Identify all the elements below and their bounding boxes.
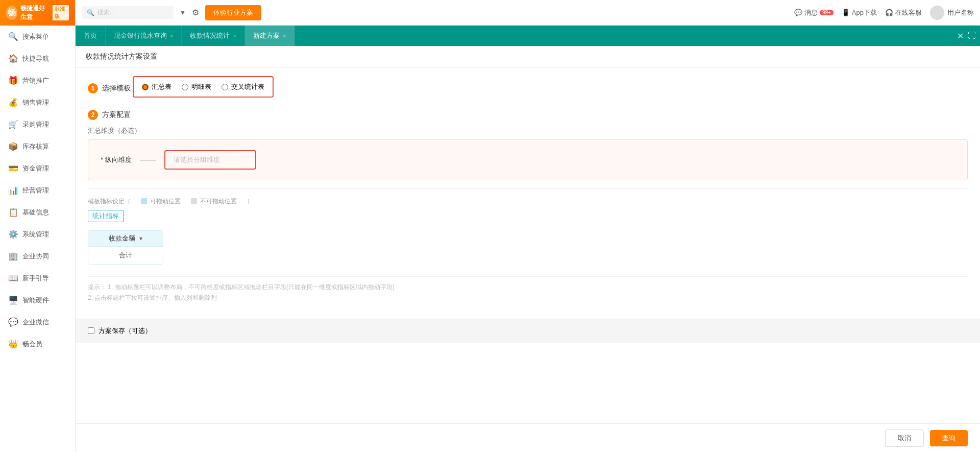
sidebar-item-label-basic: 基础信息	[22, 208, 49, 217]
cancel-button[interactable]: 取消	[885, 430, 924, 447]
main-section: 1 选择模板 汇总表 明细表	[76, 68, 980, 319]
app-name: 畅捷通好生意	[20, 4, 50, 21]
search-placeholder: 搜索...	[97, 8, 115, 17]
draggable-legend-dot	[141, 198, 147, 204]
service-area[interactable]: 🎧 在线客服	[885, 8, 922, 17]
sidebar-item-operation[interactable]: 📊 经营管理	[0, 179, 75, 201]
indicator-table: 收款金额 ▾ 合计	[88, 230, 163, 265]
tab-label-receipt: 收款情况统计	[190, 31, 230, 40]
sidebar-item-label-system: 系统管理	[22, 230, 49, 239]
sidebar-item-label-finance: 资金管理	[22, 164, 49, 173]
tab-label-home: 首页	[84, 31, 97, 40]
sidebar-item-corp[interactable]: 🏢 企业协同	[0, 245, 75, 267]
radio-cross-input[interactable]	[222, 84, 228, 90]
content-area: 收款情况统计方案设置 1 选择模板 汇总表	[76, 46, 980, 423]
step1-section: 1 选择模板 汇总表 明细表	[88, 76, 968, 100]
indicator-header: 模板指标设定（ 可拖动位置 不可拖动位置 ）	[88, 197, 968, 206]
legend-fixed: 不可拖动位置	[191, 197, 237, 206]
step1-num: 1	[88, 83, 98, 93]
tab-home[interactable]: 首页	[76, 26, 106, 46]
user-area[interactable]: 用户名称	[930, 6, 974, 20]
notification-icon: 💬	[794, 9, 802, 16]
purchase-icon: 🛒	[8, 120, 18, 129]
tab-receipt[interactable]: 收款情况统计×	[182, 26, 244, 46]
search-icon: 🔍	[87, 9, 94, 16]
tab-close-receipt[interactable]: ×	[233, 33, 236, 39]
sidebar-item-label-marketing: 营销推广	[22, 76, 49, 85]
sidebar-item-label-purchase: 采购管理	[22, 120, 49, 129]
radio-summary-input[interactable]	[142, 84, 149, 90]
indicator-dropdown-icon[interactable]: ▾	[139, 235, 142, 242]
sidebar-item-guide[interactable]: 📖 新手引导	[0, 267, 75, 289]
service-icon: 🎧	[885, 9, 893, 16]
app-edition: 标准版	[53, 5, 69, 20]
sidebar-item-wechat[interactable]: 💬 企业微信	[0, 311, 75, 333]
finance-icon: 💳	[8, 163, 18, 173]
tab-close-new[interactable]: ×	[283, 33, 286, 39]
notification-badge: 99+	[820, 10, 834, 15]
dim-select-box[interactable]: 请选择分组维度	[164, 150, 256, 170]
legend-draggable: 可拖动位置	[141, 197, 181, 206]
sidebar: 畅 畅捷通好生意 标准版 🔍 搜索菜单 🏠 快捷导航 🎁 营销推广 💰 销售管理…	[0, 0, 76, 452]
guide-icon: 📖	[8, 273, 18, 283]
close-window-btn[interactable]: ✕	[957, 31, 964, 41]
sidebar-item-nav[interactable]: 🏠 快捷导航	[0, 47, 75, 69]
username: 用户名称	[947, 8, 974, 17]
tabbar-actions: ✕ ⛶	[957, 31, 980, 41]
radio-detail[interactable]: 明细表	[182, 82, 211, 91]
corp-icon: 🏢	[8, 251, 18, 261]
sidebar-item-label-corp: 企业协同	[22, 252, 49, 261]
search-icon: 🔍	[8, 32, 18, 41]
notification-label: 消息	[804, 8, 818, 17]
tab-bank[interactable]: 现金银行流水查询×	[106, 26, 182, 46]
sidebar-item-hardware[interactable]: 🖥️ 智能硬件	[0, 289, 75, 311]
tabbar: 首页现金银行流水查询×收款情况统计×新建方案× ✕ ⛶	[76, 26, 980, 46]
page-title: 收款情况统计方案设置	[76, 46, 980, 68]
sidebar-item-marketing[interactable]: 🎁 营销推广	[0, 69, 75, 91]
indicator-col-cell: 合计	[88, 247, 163, 264]
marketing-icon: 🎁	[8, 76, 18, 85]
step2-num: 2	[88, 110, 98, 120]
topbar-right: 💬 消息 99+ 📱 App下载 🎧 在线客服 用户名称	[794, 6, 974, 20]
download-area[interactable]: 📱 App下载	[842, 8, 877, 17]
sidebar-item-search[interactable]: 🔍 搜索菜单	[0, 26, 75, 47]
sales-icon: 💰	[8, 98, 18, 107]
indicator-col-header[interactable]: 收款金额 ▾	[88, 231, 163, 247]
sidebar-item-system[interactable]: ⚙️ 系统管理	[0, 223, 75, 245]
notification-area[interactable]: 💬 消息 99+	[794, 8, 834, 17]
tab-new[interactable]: 新建方案×	[245, 26, 295, 46]
industry-btn[interactable]: 体验行业方案	[205, 5, 261, 20]
indicator-header-close: ）	[247, 197, 253, 206]
main-area: 🔍 搜索... ▼ ⚙ 体验行业方案 💬 消息 99+ 📱 App下载 🎧 在线…	[76, 0, 980, 452]
member-icon: 👑	[8, 339, 18, 349]
sidebar-item-inventory[interactable]: 📦 库存核算	[0, 135, 75, 157]
dim-placeholder: 请选择分组维度	[174, 156, 220, 163]
query-button[interactable]: 查询	[930, 430, 968, 446]
save-checkbox[interactable]	[88, 327, 94, 334]
operation-icon: 📊	[8, 185, 18, 195]
sidebar-item-label-operation: 经营管理	[22, 186, 49, 195]
step1-label: 1 选择模板	[88, 83, 131, 93]
sidebar-item-purchase[interactable]: 🛒 采购管理	[0, 113, 75, 135]
radio-summary[interactable]: 汇总表	[142, 82, 172, 91]
legend-fixed-label: 不可拖动位置	[200, 197, 237, 206]
search-dropdown-icon[interactable]: ▼	[180, 9, 186, 16]
radio-detail-input[interactable]	[182, 84, 188, 90]
sidebar-item-member[interactable]: 👑 畅会员	[0, 333, 75, 355]
sidebar-item-sales[interactable]: 💰 销售管理	[0, 91, 75, 113]
download-icon: 📱	[842, 9, 850, 16]
sidebar-item-label-inventory: 库存核算	[22, 142, 49, 151]
sidebar-item-label-wechat: 企业微信	[22, 318, 49, 327]
topbar-search[interactable]: 🔍 搜索...	[82, 6, 174, 19]
sidebar-item-label-guide: 新手引导	[22, 274, 49, 283]
settings-icon[interactable]: ⚙	[192, 8, 199, 17]
legend-draggable-label: 可拖动位置	[150, 197, 181, 206]
indicator-section-title: 模板指标设定（	[88, 197, 131, 206]
sidebar-item-basic[interactable]: 📋 基础信息	[0, 201, 75, 223]
indicator-section: 模板指标设定（ 可拖动位置 不可拖动位置 ）	[88, 188, 968, 311]
step2-label: 2 方案配置	[88, 110, 131, 120]
tab-close-bank[interactable]: ×	[170, 33, 173, 39]
sidebar-item-finance[interactable]: 💳 资金管理	[0, 157, 75, 179]
radio-cross[interactable]: 交叉统计表	[222, 82, 264, 91]
maximize-btn[interactable]: ⛶	[968, 31, 976, 40]
